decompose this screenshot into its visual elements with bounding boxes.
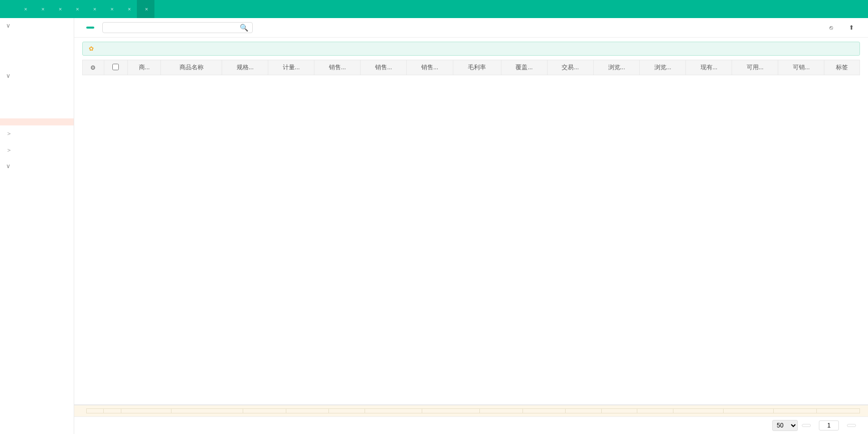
nav-item-product-entry[interactable]: × [85, 0, 102, 18]
close-icon[interactable]: × [93, 6, 96, 12]
col-trade[interactable]: 交易... [547, 60, 593, 75]
chevron-right-icon: ＞ [6, 129, 12, 138]
sidebar: ∨ ∨ ＞ ＞ ∨ [0, 18, 74, 434]
footer-sales-profit [422, 409, 479, 413]
col-sales-qty[interactable]: 销售... [314, 60, 361, 75]
sidebar-item-capital-occupation[interactable] [0, 61, 74, 68]
footer-sales-qty [329, 409, 365, 413]
export-icon: ⬆ [849, 24, 854, 31]
col-code[interactable]: 商... [127, 60, 160, 75]
search-icon[interactable]: 🔍 [240, 24, 248, 32]
footer-trade [566, 409, 602, 413]
next-page-button[interactable] [847, 424, 856, 427]
sidebar-item-all-products[interactable] [0, 174, 74, 181]
sidebar-item-high-value[interactable] [0, 83, 74, 90]
nav-item-permissions[interactable]: × [51, 0, 68, 18]
per-page-select[interactable]: 50 100 200 [772, 420, 798, 431]
notice-bar: ✿ [82, 42, 860, 56]
search-input[interactable] [107, 24, 240, 31]
close-icon[interactable]: × [145, 6, 148, 12]
footer-available [724, 409, 774, 413]
chevron-down-icon: ∨ [6, 72, 11, 79]
sidebar-group-flow[interactable]: ＞ [0, 125, 74, 142]
footer-browse1 [601, 409, 637, 413]
pagination-bar: 50 100 200 [74, 416, 868, 434]
prev-page-button[interactable] [802, 424, 811, 427]
header-actions: ⎋ ⬆ [825, 22, 860, 33]
search-box[interactable]: 🔍 [102, 22, 253, 33]
sidebar-item-sales-products[interactable] [0, 33, 74, 40]
col-name[interactable]: 商品名称 [161, 60, 222, 75]
footer-sales-price [365, 409, 422, 413]
col-sellable[interactable]: 可销... [778, 60, 824, 75]
nav-item-product-analysis-list[interactable]: × [137, 0, 154, 18]
col-settings[interactable]: ⚙ [83, 60, 104, 75]
col-coverage[interactable]: 覆盖... [501, 60, 547, 75]
col-browse1[interactable]: 浏览... [593, 60, 639, 75]
col-browse2[interactable]: 浏览... [640, 60, 686, 75]
nav-item-sales[interactable]: × [16, 0, 33, 18]
warning-icon: ✿ [89, 45, 94, 52]
table-wrapper: ⚙ 商... 商品名称 规格... 计量... 销售... 销售... 销售..… [74, 60, 868, 404]
content-header: 🔍 ⎋ ⬆ [74, 18, 868, 38]
nav-item-purchase[interactable]: × [33, 0, 50, 18]
sidebar-item-new-products[interactable] [0, 181, 74, 188]
sidebar-item-category-rate[interactable] [0, 47, 74, 54]
nav-item-product-analysis[interactable]: × [120, 0, 137, 18]
sidebar-group-overall[interactable]: ∨ [0, 18, 74, 33]
chevron-down-icon: ∨ [6, 163, 11, 170]
col-spec[interactable]: 规格... [222, 60, 268, 75]
col-available[interactable]: 可用... [732, 60, 778, 75]
col-tag[interactable]: 标签 [824, 60, 860, 75]
footer-current-stock [673, 409, 723, 413]
select-all-checkbox[interactable] [112, 64, 119, 70]
sidebar-item-low-value[interactable] [0, 90, 74, 97]
table-header-row: ⚙ 商... 商品名称 规格... 计量... 销售... 销售... 销售..… [83, 60, 860, 75]
close-icon[interactable]: × [59, 6, 62, 12]
col-sales-price[interactable]: 销售... [361, 60, 407, 75]
footer-totals [74, 404, 868, 416]
col-checkbox[interactable] [104, 60, 127, 75]
col-current-stock[interactable]: 现有... [686, 60, 732, 75]
sidebar-group-cluster[interactable]: ∨ [0, 68, 74, 83]
col-sales-profit[interactable]: 销售... [407, 60, 453, 75]
period-badge[interactable] [86, 27, 94, 29]
content-area: 🔍 ⎋ ⬆ ✿ ⚙ [74, 18, 868, 434]
share-button[interactable]: ⎋ [825, 22, 839, 33]
close-icon[interactable]: × [76, 6, 79, 12]
chevron-right-icon: ＞ [6, 146, 12, 155]
col-gross-margin[interactable]: 毛利率 [453, 60, 501, 75]
close-icon[interactable]: × [41, 6, 44, 12]
sidebar-item-low-coverage[interactable] [0, 104, 74, 111]
sidebar-item-in-stock[interactable] [0, 54, 74, 61]
sidebar-item-high-margin[interactable] [0, 111, 74, 118]
nav-item-home[interactable] [4, 0, 16, 18]
close-icon[interactable]: × [128, 6, 131, 12]
top-navigation: × × × × × × × × [0, 0, 868, 18]
export-button[interactable]: ⬆ [845, 22, 860, 33]
sidebar-item-traded-products[interactable] [0, 40, 74, 47]
sidebar-item-high-coverage[interactable] [0, 97, 74, 104]
data-table: ⚙ 商... 商品名称 规格... 计量... 销售... 销售... 销售..… [82, 60, 860, 75]
sidebar-group-marketing[interactable]: ∨ [0, 159, 74, 174]
page-number-input[interactable] [819, 420, 839, 430]
share-icon: ⎋ [829, 24, 833, 31]
nav-item-role-auth[interactable]: × [68, 0, 85, 18]
col-unit[interactable]: 计量... [268, 60, 314, 75]
main-layout: ∨ ∨ ＞ ＞ ∨ [0, 18, 868, 434]
close-icon[interactable]: × [110, 6, 113, 12]
close-icon[interactable]: × [24, 6, 27, 12]
footer-browse2 [637, 409, 673, 413]
chevron-down-icon: ∨ [6, 22, 11, 29]
sidebar-group-growth[interactable]: ＞ [0, 142, 74, 159]
nav-item-template-settings[interactable]: × [102, 0, 119, 18]
sidebar-item-low-margin[interactable] [0, 118, 74, 125]
